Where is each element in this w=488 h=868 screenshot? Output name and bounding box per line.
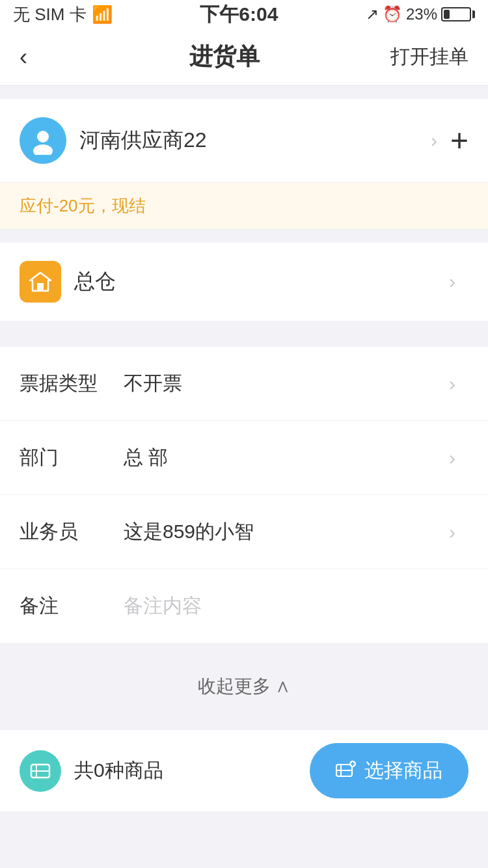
select-btn-label: 选择商品: [364, 757, 442, 784]
collapse-bar[interactable]: 收起更多 ∧: [0, 656, 488, 717]
product-count: 共0种商品: [74, 757, 310, 784]
gap-top: [0, 86, 488, 99]
svg-point-1: [33, 144, 53, 155]
supplier-chevron-icon: ›: [431, 129, 437, 152]
warehouse-row[interactable]: 总仓 ›: [0, 243, 488, 321]
department-row[interactable]: 部门 总 部 ›: [0, 421, 488, 495]
svg-point-0: [37, 131, 49, 142]
battery-percentage: 23%: [406, 5, 437, 23]
supplier-row[interactable]: 河南供应商22 › +: [0, 99, 488, 183]
cart-icon: [29, 759, 52, 783]
gap-form: [0, 321, 488, 334]
page-background: [0, 811, 488, 868]
invoice-value: 不开票: [124, 370, 449, 397]
form-section: 票据类型 不开票 › 部门 总 部 › 业务员 这是859的小智 › 备注 备注…: [0, 347, 488, 643]
salesperson-chevron-icon: ›: [449, 521, 455, 543]
status-left: 无 SIM 卡 📶: [13, 3, 113, 26]
remark-label: 备注: [20, 593, 111, 619]
supplier-name: 河南供应商22: [79, 126, 431, 155]
salesperson-row[interactable]: 业务员 这是859的小智 ›: [0, 495, 488, 569]
status-right: ↗ ⏰ 23%: [366, 5, 475, 23]
warehouse-card: 总仓 ›: [0, 243, 488, 321]
battery-icon: [441, 7, 475, 21]
department-chevron-icon: ›: [449, 447, 455, 469]
invoice-row[interactable]: 票据类型 不开票 ›: [0, 347, 488, 421]
nav-bar: ‹ 进货单 打开挂单: [0, 29, 488, 86]
status-time: 下午6:04: [200, 1, 278, 28]
alarm-icon: ⏰: [383, 5, 402, 23]
person-icon: [29, 126, 57, 155]
house-icon: [29, 270, 52, 293]
remark-row[interactable]: 备注 备注内容: [0, 569, 488, 643]
warehouse-icon: [20, 261, 61, 303]
collapse-label: 收起更多 ∧: [198, 676, 291, 696]
department-label: 部门: [20, 444, 111, 471]
supplier-card: 河南供应商22 › + 应付-20元，现结: [0, 99, 488, 230]
notice-text: 应付-20元，现结: [20, 196, 146, 215]
notice-banner: 应付-20元，现结: [0, 183, 488, 230]
salesperson-value: 这是859的小智: [124, 519, 449, 545]
back-button[interactable]: ‹: [20, 44, 59, 71]
location-icon: ↗: [366, 5, 379, 23]
warehouse-chevron-icon: ›: [449, 271, 455, 293]
carrier-label: 无 SIM 卡: [13, 3, 87, 26]
open-pending-button[interactable]: 打开挂单: [390, 44, 468, 70]
invoice-chevron-icon: ›: [449, 373, 455, 395]
product-icon: [20, 750, 61, 792]
gap-warehouse: [0, 230, 488, 243]
invoice-label: 票据类型: [20, 370, 111, 397]
warehouse-name: 总仓: [74, 267, 449, 296]
remark-input[interactable]: 备注内容: [124, 593, 468, 619]
select-product-button[interactable]: 选择商品: [310, 743, 468, 798]
bottom-bar: 共0种商品 选择商品: [0, 730, 488, 811]
salesperson-label: 业务员: [20, 519, 111, 545]
status-bar: 无 SIM 卡 📶 下午6:04 ↗ ⏰ 23%: [0, 0, 488, 29]
page-title: 进货单: [189, 41, 260, 73]
wifi-icon: 📶: [92, 5, 113, 25]
supplier-avatar: [20, 117, 66, 164]
department-value: 总 部: [124, 444, 449, 471]
select-btn-icon: [336, 759, 357, 782]
svg-rect-3: [37, 283, 44, 291]
add-supplier-button[interactable]: +: [450, 125, 468, 156]
